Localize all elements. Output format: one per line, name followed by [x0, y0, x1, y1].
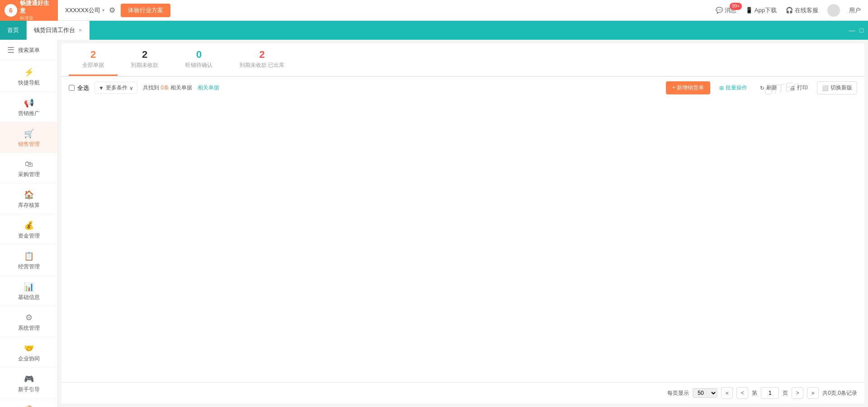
sales-icon: 🛒: [24, 129, 34, 139]
sidebar-item-operations[interactable]: 📋 经营管理: [0, 245, 57, 276]
logo-tag: 标准版: [20, 15, 53, 21]
basic-info-icon: 📊: [24, 282, 34, 292]
sidebar-search-label: 搜索菜单: [18, 47, 40, 54]
stat-label-all: 全部单据: [82, 61, 104, 69]
sidebar-item-app-center[interactable]: 📦 应用中心: [0, 398, 57, 407]
settings-icon[interactable]: ⚙: [109, 6, 115, 14]
per-page-label: 每页显示: [667, 389, 689, 397]
tab-maximize-btn[interactable]: □: [860, 27, 863, 34]
message-action[interactable]: 💬 消息 99+: [716, 6, 736, 14]
batch-ops-btn[interactable]: ⊞ 批量操作: [716, 82, 751, 94]
refresh-label: 刷新: [766, 84, 777, 92]
sidebar-quick-nav-label: 快捷导航: [18, 79, 40, 87]
new-sale-btn[interactable]: + 新增销货单: [666, 81, 710, 94]
guide-icon: 🎮: [24, 374, 34, 384]
batch-ops-label: 批量操作: [726, 84, 747, 92]
related-link[interactable]: 相关单据: [198, 84, 219, 92]
stat-tab-overdue-shipped[interactable]: 2 到期未收款 已出库: [226, 43, 298, 76]
tab-minimize-btn[interactable]: —: [849, 27, 855, 34]
system-icon: ⚙: [25, 313, 33, 323]
tab-close-icon[interactable]: ×: [79, 27, 82, 33]
sidebar-item-marketing[interactable]: 📢 营销推广: [0, 92, 57, 122]
sidebar-sales-label: 销售管理: [18, 140, 40, 148]
table-area: [61, 99, 864, 382]
purchase-icon: 🛍: [25, 159, 33, 169]
switch-version-btn[interactable]: ⬜ 切换新版: [817, 81, 857, 94]
tab-active[interactable]: 钱货日清工作台 ×: [27, 21, 90, 40]
page-next-btn[interactable]: >: [792, 387, 803, 399]
app-center-icon: 📦: [24, 405, 34, 407]
sidebar-item-inventory[interactable]: 🏠 库存核算: [0, 183, 57, 214]
experience-btn[interactable]: 体验行业方案: [121, 4, 170, 17]
header-right: 💬 消息 99+ 📱 App下载 🎧 在线客服 用户: [716, 4, 861, 17]
search-menu-icon: ☰: [7, 45, 14, 55]
sidebar-finance-label: 资金管理: [18, 232, 40, 240]
tab-home[interactable]: 首页: [0, 21, 27, 40]
stat-label-pending: 旺铺待确认: [185, 61, 212, 69]
username: 用户: [849, 6, 861, 14]
select-all-label: 全选: [77, 84, 89, 92]
page-last-btn[interactable]: »: [807, 387, 819, 399]
stat-tab-pending[interactable]: 0 旺铺待确认: [172, 43, 226, 76]
stat-count-overdue-shipped: 2: [259, 49, 265, 61]
batch-icon: ⊞: [719, 85, 724, 91]
tab-bar-actions: — □: [849, 27, 868, 34]
message-icon: 💬: [716, 7, 723, 14]
online-service-action[interactable]: 🎧 在线客服: [786, 6, 818, 14]
stat-count-pending: 0: [196, 49, 202, 61]
sidebar-item-purchase[interactable]: 🛍 采购管理: [0, 153, 57, 183]
filter-arrow: ∨: [129, 85, 133, 91]
found-count: 0条: [160, 84, 169, 91]
pagination: 每页显示 50 20 100 « < 第 页 > » 共0页,0条记录: [61, 382, 864, 403]
tab-home-label: 首页: [7, 26, 19, 34]
finance-icon: 💰: [24, 220, 34, 230]
select-all-checkbox[interactable]: 全选: [69, 84, 89, 92]
found-text: 共找到 0条 相关单据: [143, 84, 192, 92]
toolbar: 全选 ▼ 更多条件 ∨ 共找到 0条 相关单据 相关单据 + 新增销货单: [61, 76, 864, 99]
app-download-label: App下载: [755, 6, 777, 14]
service-icon: 🎧: [786, 7, 793, 14]
stat-tab-overdue[interactable]: 2 到期未收款: [118, 43, 172, 76]
sidebar-item-guide[interactable]: 🎮 新手引导: [0, 368, 57, 398]
sidebar-item-cooperation[interactable]: 🤝 企业协同: [0, 337, 57, 368]
page-input[interactable]: [761, 387, 779, 399]
more-filter-btn[interactable]: ▼ 更多条件 ∨: [94, 82, 137, 94]
cooperation-icon: 🤝: [24, 343, 34, 353]
sidebar-operations-label: 经营管理: [18, 263, 40, 271]
sidebar-item-search-menu[interactable]: ☰ 搜索菜单: [0, 40, 57, 61]
logo-text: 畅捷通好生意 标准版: [20, 0, 53, 21]
page-label: 第: [752, 389, 757, 397]
toolbar-right: + 新增销货单 ⊞ 批量操作 ↻ 刷新 🖨 打印 ⬜ 切换新版: [666, 81, 857, 94]
operations-icon: 📋: [24, 251, 34, 261]
switch-label: 切换新版: [830, 84, 852, 92]
message-badge: 99+: [730, 3, 742, 10]
app-download-action[interactable]: 📱 App下载: [745, 6, 777, 14]
print-btn[interactable]: 🖨 打印: [786, 82, 811, 94]
sidebar-item-basic-info[interactable]: 📊 基础信息: [0, 276, 57, 306]
marketing-icon: 📢: [24, 98, 34, 108]
inventory-icon: 🏠: [24, 190, 34, 200]
per-page-select[interactable]: 50 20 100: [693, 388, 717, 398]
refresh-icon: ↻: [760, 85, 764, 91]
stats-tabs: 2 全部单据 2 到期未收款 0 旺铺待确认 2 到期未收款 已出库: [61, 43, 864, 76]
logo-title: 畅捷通好生意: [20, 0, 53, 15]
sidebar-item-quick-nav[interactable]: ⚡ 快捷导航: [0, 61, 57, 92]
found-prefix: 共找到: [143, 84, 159, 91]
select-all-input[interactable]: [69, 85, 75, 91]
company-selector[interactable]: XXXXXX公司 ▾: [65, 6, 104, 14]
avatar[interactable]: [827, 4, 840, 17]
print-label: 打印: [797, 84, 808, 92]
stat-tab-all[interactable]: 2 全部单据: [69, 43, 118, 76]
sidebar-item-sales[interactable]: 🛒 销售管理: [0, 122, 57, 153]
online-service-label: 在线客服: [795, 6, 818, 14]
sidebar-item-finance[interactable]: 💰 资金管理: [0, 214, 57, 245]
page-prev-btn[interactable]: <: [736, 387, 748, 399]
company-name: XXXXXX公司: [65, 6, 100, 14]
page-first-btn[interactable]: «: [721, 387, 733, 399]
refresh-btn[interactable]: ↻ 刷新: [756, 82, 781, 94]
stat-label-overdue-shipped: 到期未收款 已出库: [240, 61, 284, 69]
sidebar-cooperation-label: 企业协同: [18, 355, 40, 363]
sidebar-item-system[interactable]: ⚙ 系统管理: [0, 306, 57, 337]
filter-label: 更多条件: [106, 84, 127, 92]
quick-nav-icon: ⚡: [24, 67, 34, 77]
